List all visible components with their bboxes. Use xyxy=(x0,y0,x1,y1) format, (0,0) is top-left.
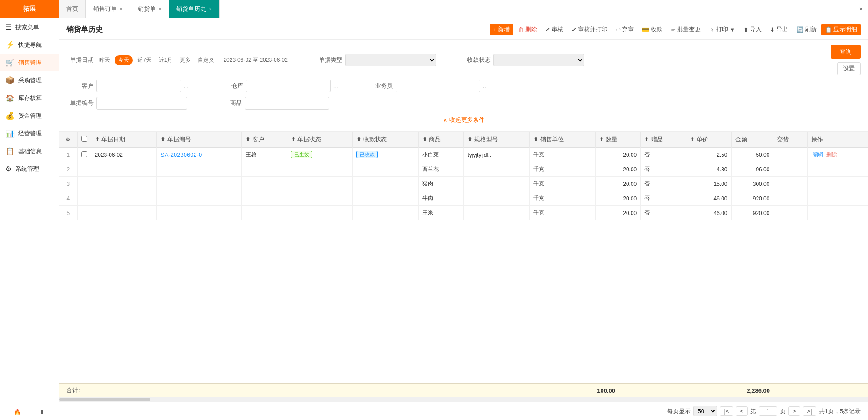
close-sales-history-icon[interactable]: × xyxy=(209,6,212,12)
new-button[interactable]: + 新增 xyxy=(490,24,514,35)
sidebar-item-base[interactable]: 📋 基础信息 xyxy=(0,142,59,160)
col-goods[interactable]: ⬆ 商品 xyxy=(418,132,464,148)
first-page-button[interactable]: |< xyxy=(720,406,733,416)
customer-input[interactable] xyxy=(96,80,181,92)
last-page-button[interactable]: >| xyxy=(803,406,816,416)
page-header: 销货单历史 + 新增 🗑 删除 ✔ 审核 ✔ 审核并打印 xyxy=(59,18,868,40)
filter-settings-button[interactable]: 设置 xyxy=(837,62,861,75)
row-price: 4.80 xyxy=(686,162,731,177)
page-unit: 页 xyxy=(780,407,786,415)
col-customer[interactable]: ⬆ 客户 xyxy=(241,132,287,148)
col-spec[interactable]: ⬆ 规格型号 xyxy=(464,132,530,148)
date-yesterday[interactable]: 昨天 xyxy=(96,55,113,65)
horizontal-scrollbar[interactable] xyxy=(59,397,868,402)
collect-status-select[interactable] xyxy=(493,54,584,66)
goods-input[interactable] xyxy=(245,97,329,110)
tab-home[interactable]: 首页 xyxy=(59,0,86,18)
row-goods: 牛肉 xyxy=(418,191,464,206)
sidebar-item-quicknav[interactable]: ⚡ 快捷导航 xyxy=(0,36,59,54)
show-detail-button[interactable]: 📋 显示明细 xyxy=(821,24,861,35)
delete-button[interactable]: 🗑 删除 xyxy=(514,24,541,35)
col-gift[interactable]: ⬆ 赠品 xyxy=(641,132,686,148)
doc-no-input[interactable] xyxy=(96,97,187,110)
sidebar-item-finance[interactable]: 💰 资金管理 xyxy=(0,107,59,125)
col-qty[interactable]: ⬆ 数量 xyxy=(595,132,641,148)
sidebar-item-search[interactable]: ☰ 搜索菜单 xyxy=(0,18,59,36)
fire-icon[interactable]: 🔥 xyxy=(14,409,21,415)
row-unit: 千克 xyxy=(530,191,596,206)
col-doc-status[interactable]: ⬆ 单据状态 xyxy=(287,132,353,148)
next-page-button[interactable]: > xyxy=(788,406,800,416)
date-7days[interactable]: 近7天 xyxy=(135,55,154,65)
col-unit-label: ⬆ 销售单位 xyxy=(533,136,564,143)
sidebar-item-purchase[interactable]: 📦 采购管理 xyxy=(0,71,59,89)
print-button[interactable]: 🖨 打印 ▼ xyxy=(705,24,739,35)
system-icon: ⚙ xyxy=(5,165,12,173)
pause-icon[interactable]: ⏸ xyxy=(39,409,45,415)
filter-row-1: 单据日期 昨天 今天 近7天 近1月 更多 自定义 2023-06-02 至 2… xyxy=(66,45,861,75)
refresh-button[interactable]: 🔄 刷新 xyxy=(793,24,820,35)
col-doc-date[interactable]: ⬆ 单据日期 xyxy=(91,132,157,148)
date-1month[interactable]: 近1月 xyxy=(156,55,176,65)
sidebar-item-label: 搜索菜单 xyxy=(15,23,39,31)
select-all-checkbox[interactable] xyxy=(81,136,87,142)
sidebar-item-sales[interactable]: 🛒 销售管理 xyxy=(0,54,59,71)
delete-action[interactable]: 删除 xyxy=(826,151,837,158)
row-actions xyxy=(807,162,868,177)
doc-no-link[interactable]: SA-20230602-0 xyxy=(161,151,202,158)
collect-status-badge: 已收款 xyxy=(356,151,378,158)
salesperson-input[interactable] xyxy=(396,80,480,92)
col-trade: 交货 xyxy=(773,132,807,148)
warehouse-dots[interactable]: ... xyxy=(333,83,338,90)
salesperson-dots[interactable]: ... xyxy=(483,83,488,90)
customer-dots[interactable]: ... xyxy=(184,83,189,90)
batch-change-button[interactable]: ✏ 批量变更 xyxy=(667,24,704,35)
page-size-select[interactable]: 50 20 100 xyxy=(693,406,717,416)
row-checkbox[interactable] xyxy=(81,151,87,157)
prev-page-button[interactable]: < xyxy=(736,406,748,416)
export-button[interactable]: ⬇ 导出 xyxy=(766,24,792,35)
col-settings[interactable]: ⚙ xyxy=(59,132,77,148)
abandon-icon: ↩ xyxy=(616,26,621,33)
col-doc-no[interactable]: ⬆ 单据编号 xyxy=(157,132,242,148)
row-amount: 50.00 xyxy=(731,148,773,162)
date-custom[interactable]: 自定义 xyxy=(195,55,217,65)
batch-change-icon: ✏ xyxy=(671,26,676,33)
sidebar-item-system[interactable]: ⚙ 系统管理 xyxy=(0,160,59,178)
row-spec xyxy=(464,191,530,206)
col-unit[interactable]: ⬆ 销售单位 xyxy=(530,132,596,148)
audit-button[interactable]: ✔ 审核 xyxy=(542,24,567,35)
row-spec xyxy=(464,162,530,177)
date-more[interactable]: 更多 xyxy=(177,55,193,65)
abandon-button[interactable]: ↩ 弃审 xyxy=(612,24,637,35)
row-num: 5 xyxy=(59,206,77,220)
collect-button[interactable]: 💳 收款 xyxy=(638,24,666,35)
collapse-filter-button[interactable]: ∧ 收起更多条件 xyxy=(66,114,861,126)
sidebar-item-ops[interactable]: 📊 经营管理 xyxy=(0,125,59,142)
close-sales-order-icon[interactable]: × xyxy=(120,6,123,12)
col-collect-status[interactable]: ⬆ 收款状态 xyxy=(353,132,419,148)
warehouse-input[interactable] xyxy=(246,80,331,92)
tab-sales-delivery-label: 销货单 xyxy=(138,5,156,13)
tab-sales-delivery[interactable]: 销货单 × xyxy=(130,0,169,18)
table-row: 3 猪肉 千克 20.00 否 15.00 300.00 xyxy=(59,177,868,191)
audit-print-button[interactable]: ✔ 审核并打印 xyxy=(568,24,611,35)
table-row: 5 玉米 千克 20.00 否 46.00 920.00 xyxy=(59,206,868,220)
tab-sales-order[interactable]: 销售订单 × xyxy=(86,0,130,18)
close-all-tabs[interactable]: × xyxy=(853,5,868,12)
query-button[interactable]: 查询 xyxy=(831,45,861,59)
tab-sales-history[interactable]: 销货单历史 × xyxy=(169,0,220,18)
goods-dots[interactable]: ... xyxy=(332,100,337,107)
current-page-input[interactable] xyxy=(759,406,777,416)
import-button[interactable]: ⬆ 导入 xyxy=(740,24,765,35)
edit-action[interactable]: 编辑 xyxy=(813,151,823,158)
row-qty: 20.00 xyxy=(595,162,641,177)
date-today[interactable]: 今天 xyxy=(115,55,133,65)
col-price[interactable]: ⬆ 单价 xyxy=(686,132,731,148)
close-sales-delivery-icon[interactable]: × xyxy=(158,6,161,12)
col-doc-date-label: ⬆ 单据日期 xyxy=(95,136,125,143)
scroll-track[interactable] xyxy=(59,398,150,401)
doc-type-select[interactable] xyxy=(345,54,436,66)
sidebar-item-inventory[interactable]: 🏠 库存核算 xyxy=(0,89,59,107)
main-area: 首页 销售订单 × 销货单 × 销货单历史 × × 销货单历史 + 新增 xyxy=(59,0,868,420)
